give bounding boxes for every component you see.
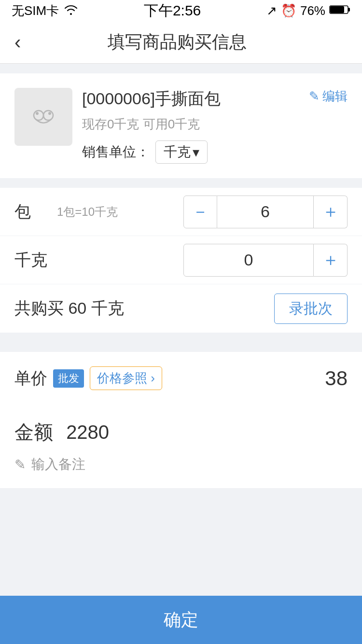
package-value[interactable]: 6 (217, 196, 314, 228)
plus-icon: ＋ (322, 200, 339, 224)
total-row: 共购买 60 千克 录批次 (0, 284, 362, 333)
kilogram-value[interactable]: 0 (183, 244, 314, 277)
batch-label: 录批次 (289, 300, 333, 316)
svg-rect-1 (348, 8, 350, 12)
kilogram-controls: 0 ＋ (183, 244, 348, 277)
battery-icon (329, 3, 350, 18)
minus-icon: － (192, 200, 209, 224)
package-minus-button[interactable]: － (183, 196, 217, 228)
batch-button[interactable]: 录批次 (274, 294, 348, 324)
svg-point-6 (48, 112, 51, 115)
status-right: ↗ ⏰ 76% (266, 3, 350, 18)
unit-dropdown[interactable]: 千克 ▾ (155, 140, 208, 164)
unit-value: 千克 (164, 143, 191, 161)
note-icon: ✎ (14, 457, 26, 473)
price-section: 单价 批发 价格参照 › 38 (0, 352, 362, 405)
svg-point-3 (34, 111, 43, 120)
kg-plus-icon: ＋ (322, 248, 339, 272)
carrier-text: 无SIM卡 (12, 2, 59, 19)
price-label: 单价 (14, 367, 47, 390)
note-placeholder: 输入备注 (31, 455, 85, 474)
price-value: 38 (325, 367, 348, 390)
edit-icon: ✎ (309, 89, 320, 104)
page-title: 填写商品购买信息 (30, 30, 323, 54)
amount-value: 2280 (66, 421, 109, 443)
back-button[interactable]: ‹ (14, 31, 21, 53)
price-ref-label: 价格参照 › (97, 370, 155, 387)
note-row[interactable]: ✎ 输入备注 (14, 455, 348, 474)
package-controls: － 6 ＋ (183, 196, 348, 228)
svg-point-4 (43, 111, 53, 120)
package-plus-button[interactable]: ＋ (314, 196, 348, 228)
svg-point-5 (36, 112, 39, 115)
package-sublabel: 1包=10千克 (57, 204, 183, 220)
divider-1 (0, 178, 362, 188)
location-icon: ↗ (266, 3, 277, 18)
price-ref-button[interactable]: 价格参照 › (90, 366, 162, 390)
nav-bar: ‹ 填写商品购买信息 (0, 21, 362, 64)
kilogram-plus-button[interactable]: ＋ (314, 244, 348, 277)
amount-card: 金额 2280 ✎ 输入备注 (0, 405, 362, 488)
dropdown-arrow: ▾ (193, 144, 199, 160)
amount-text: 金额 2280 (14, 419, 348, 446)
divider-2 (0, 333, 362, 342)
battery-text: 76% (300, 3, 325, 18)
main-content: [0000006]手撕面包 现存0千克 可用0千克 销售单位： 千克 ▾ ✎ 编… (0, 73, 362, 644)
status-bar: 无SIM卡 下午2:56 ↗ ⏰ 76% (0, 0, 362, 21)
kilogram-row: 千克 0 ＋ (0, 236, 362, 284)
wifi-icon (64, 3, 78, 18)
status-time: 下午2:56 (144, 1, 201, 21)
amount-label: 金额 (14, 421, 53, 443)
unit-label: 销售单位： (82, 143, 150, 161)
total-text: 共购买 60 千克 (14, 297, 124, 320)
package-section: 包 1包=10千克 － 6 ＋ 千克 0 ＋ (0, 188, 362, 284)
kilogram-label: 千克 (14, 249, 53, 271)
confirm-label: 确定 (164, 608, 198, 632)
product-image (14, 88, 72, 146)
price-left: 单价 批发 价格参照 › (14, 366, 162, 390)
edit-label: 编辑 (322, 88, 348, 105)
package-label: 包 (14, 201, 53, 223)
product-name: [0000006]手撕面包 (82, 88, 348, 110)
product-unit-row: 销售单位： 千克 ▾ (82, 140, 348, 164)
edit-button[interactable]: ✎ 编辑 (309, 88, 348, 105)
svg-rect-2 (330, 6, 344, 13)
status-left: 无SIM卡 (12, 2, 78, 19)
alarm-icon: ⏰ (281, 3, 296, 18)
price-badge: 批发 (53, 369, 84, 388)
product-stock: 现存0千克 可用0千克 (82, 116, 348, 133)
confirm-button[interactable]: 确定 (0, 596, 362, 644)
package-row: 包 1包=10千克 － 6 ＋ (0, 188, 362, 236)
product-info: [0000006]手撕面包 现存0千克 可用0千克 销售单位： 千克 ▾ (82, 88, 348, 164)
product-card: [0000006]手撕面包 现存0千克 可用0千克 销售单位： 千克 ▾ ✎ 编… (0, 73, 362, 178)
